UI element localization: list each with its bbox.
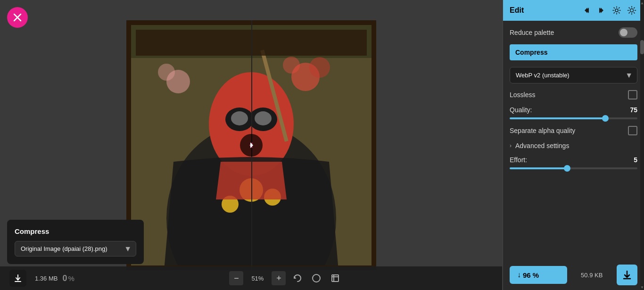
file-size: 1.36 MB	[35, 275, 58, 282]
quality-label: Quality:	[510, 106, 532, 114]
bottom-toolbar: 1.36 MB 0 % − 51% +	[0, 266, 502, 290]
quality-slider-fill	[510, 117, 605, 119]
effort-label: Effort:	[510, 156, 527, 164]
quality-row: Quality: 75	[510, 106, 637, 114]
svg-point-25	[313, 274, 320, 282]
reduce-palette-label: Reduce palette	[510, 29, 554, 36]
save-arrow-icon: ↓	[517, 271, 521, 279]
circle-button[interactable]	[309, 271, 323, 285]
svg-rect-26	[332, 275, 339, 282]
panel-footer: ↓ 96 % 50.9 KB	[503, 260, 644, 290]
edit-icons	[581, 5, 637, 16]
percent-value: 0	[62, 273, 67, 283]
crop-button[interactable]	[328, 271, 342, 285]
svg-point-33	[615, 9, 618, 12]
edit-header: Edit	[503, 0, 644, 21]
svg-point-11	[255, 111, 272, 125]
effort-slider-fill	[510, 167, 567, 169]
compress-panel-title: Compress	[15, 227, 136, 235]
format-select[interactable]: WebP v2 (unstable) WebP JPEG PNG AVIF	[510, 67, 637, 83]
compress-panel: Compress Original Image (dpaiai (28).png…	[7, 220, 144, 264]
effort-slider-container	[510, 167, 637, 169]
alpha-quality-label: Separate alpha quality	[510, 127, 575, 134]
svg-point-34	[630, 9, 634, 12]
panel-body: Reduce palette Compress WebP v2 (unstabl…	[503, 21, 644, 260]
alpha-quality-row: Separate alpha quality	[510, 126, 637, 135]
download-button[interactable]	[617, 265, 637, 285]
advanced-settings-row[interactable]: › Advanced settings	[510, 142, 637, 149]
compress-subheader-text: Compress	[515, 49, 547, 56]
zoom-out-button[interactable]: −	[229, 271, 243, 285]
scrollbar-track: ▲ ▼	[640, 0, 644, 290]
compare-handle[interactable]	[240, 134, 263, 157]
quality-value: 75	[630, 106, 637, 114]
svg-point-21	[158, 64, 175, 81]
scrollbar-down-arrow[interactable]: ▼	[640, 284, 644, 290]
quality-slider-container	[510, 117, 637, 119]
lossless-row: Lossless	[510, 90, 637, 99]
gear-icon-button[interactable]	[611, 5, 622, 16]
arrow-right-icon-button[interactable]	[596, 5, 607, 16]
alpha-quality-checkbox[interactable]	[628, 126, 637, 135]
lossless-label: Lossless	[510, 91, 535, 99]
save-button[interactable]: ↓ 96 %	[510, 266, 567, 284]
effort-slider[interactable]	[510, 167, 637, 169]
zoom-level: 51%	[248, 275, 267, 282]
svg-point-18	[309, 57, 330, 78]
advanced-settings-label: Advanced settings	[515, 142, 569, 149]
effort-slider-thumb[interactable]	[564, 165, 570, 172]
save-percent-symbol: %	[533, 271, 539, 279]
percent-display: 0 %	[62, 273, 74, 283]
edit-title: Edit	[510, 6, 524, 15]
output-file-size: 50.9 KB	[571, 272, 613, 279]
format-select-wrapper: WebP v2 (unstable) WebP JPEG PNG AVIF ▼	[510, 67, 637, 83]
quality-slider-thumb[interactable]	[602, 115, 609, 122]
rotate-button[interactable]	[290, 271, 305, 285]
svg-point-10	[231, 111, 248, 125]
advanced-chevron-icon: ›	[510, 142, 512, 149]
lossless-checkbox[interactable]	[628, 90, 637, 99]
compress-subheader: Compress	[510, 44, 637, 60]
scrollbar-up-arrow[interactable]: ▲	[640, 0, 644, 6]
zoom-in-button[interactable]: +	[272, 271, 286, 285]
quality-slider[interactable]	[510, 117, 637, 119]
image-container	[126, 20, 376, 270]
close-button[interactable]	[7, 7, 28, 28]
reduce-palette-toggle[interactable]	[619, 27, 637, 38]
arrow-left-icon-button[interactable]	[581, 5, 592, 16]
effort-row: Effort: 5	[510, 156, 637, 164]
svg-point-19	[283, 57, 300, 74]
image-select[interactable]: Original Image (dpaiai (28).png)	[15, 241, 136, 257]
image-display	[126, 20, 376, 270]
reduce-palette-row: Reduce palette	[510, 27, 637, 38]
scrollbar-thumb[interactable]	[640, 40, 644, 54]
right-panel: Edit	[503, 0, 644, 290]
image-select-wrapper: Original Image (dpaiai (28).png) ▼	[15, 241, 136, 257]
percent-symbol: %	[68, 274, 74, 282]
effort-value: 5	[634, 156, 637, 164]
settings-icon-button[interactable]	[626, 5, 637, 16]
save-percent-value: 96	[523, 271, 531, 279]
download-small-button[interactable]	[9, 270, 26, 287]
